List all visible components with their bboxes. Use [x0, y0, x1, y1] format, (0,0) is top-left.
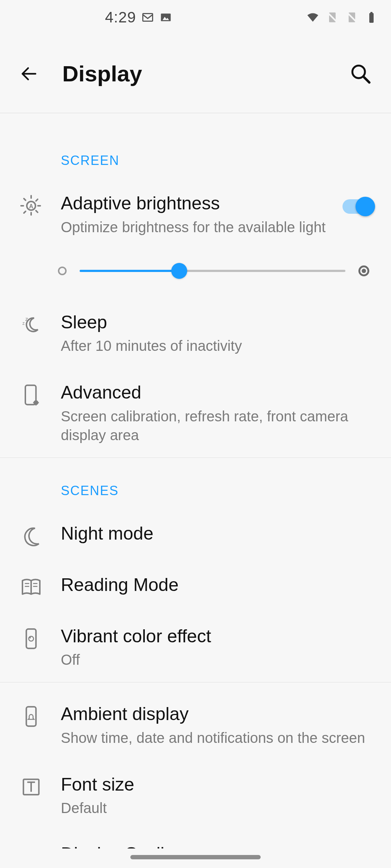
sleep-subtitle: After 10 minutes of inactivity [61, 336, 369, 355]
status-time: 4:29 [105, 9, 136, 26]
brightness-slider[interactable] [80, 270, 345, 272]
svg-text:A: A [29, 203, 33, 209]
font-size-icon [20, 775, 43, 799]
gesture-nav-bar[interactable] [130, 855, 261, 859]
row-sleep[interactable]: zz Sleep After 10 minutes of inactivity [0, 298, 391, 369]
phone-gear-icon [20, 383, 43, 407]
phone-palette-icon [20, 627, 43, 650]
phone-bell-icon [20, 705, 43, 728]
row-vibrant-color[interactable]: Vibrant color effect Off [0, 612, 391, 682]
row-advanced[interactable]: Advanced Screen calibration, refresh rat… [0, 368, 391, 458]
adaptive-brightness-switch[interactable] [341, 197, 374, 216]
adaptive-brightness-subtitle: Optimize brightness for the available li… [61, 218, 334, 237]
font-size-title: Font size [61, 773, 369, 796]
brightness-slider-thumb[interactable] [171, 263, 187, 279]
svg-line-17 [36, 210, 38, 213]
row-reading-mode[interactable]: Reading Mode [0, 561, 391, 612]
night-mode-title: Night mode [61, 522, 369, 545]
svg-rect-0 [143, 14, 152, 21]
svg-text:z: z [22, 321, 25, 326]
section-header-screen: SCREEN [0, 113, 391, 179]
advanced-subtitle: Screen calibration, refresh rate, front … [61, 407, 369, 444]
svg-point-24 [34, 400, 38, 405]
svg-line-10 [363, 77, 369, 82]
advanced-title: Advanced [61, 381, 369, 404]
svg-rect-8 [370, 12, 373, 14]
brightness-min-icon [58, 267, 67, 275]
brightness-slider-row[interactable] [0, 250, 391, 298]
row-ambient-display[interactable]: Ambient display Show time, date and noti… [0, 682, 391, 760]
reading-mode-title: Reading Mode [61, 574, 369, 596]
brightness-max-icon [358, 265, 369, 276]
row-display-scaling[interactable]: Display Scaling [0, 830, 391, 848]
sleep-title: Sleep [61, 311, 369, 334]
ambient-display-title: Ambient display [61, 703, 369, 726]
row-adaptive-brightness[interactable]: A Adaptive brightness Optimize brightnes… [0, 179, 391, 250]
row-font-size[interactable]: Font size Default [0, 760, 391, 831]
svg-point-31 [29, 637, 31, 638]
moon-icon [20, 524, 43, 548]
settings-list: SCREEN [0, 113, 391, 848]
app-bar: Display [0, 35, 391, 113]
status-bar: 4:29 [0, 0, 391, 35]
svg-rect-7 [369, 13, 374, 23]
svg-rect-32 [26, 707, 36, 726]
search-button[interactable] [346, 59, 375, 88]
mail-icon [141, 11, 154, 24]
battery-icon [365, 11, 378, 24]
brightness-auto-icon: A [20, 194, 43, 217]
font-size-subtitle: Default [61, 799, 369, 817]
image-icon [159, 11, 172, 24]
wifi-icon [306, 11, 319, 24]
sim1-off-icon [326, 11, 339, 24]
vibrant-color-subtitle: Off [61, 650, 369, 669]
ambient-display-subtitle: Show time, date and notifications on the… [61, 728, 369, 747]
back-button[interactable] [14, 59, 43, 88]
book-icon [20, 576, 43, 599]
sleep-icon: zz [20, 313, 43, 336]
page-title: Display [62, 61, 142, 86]
sim2-off-icon [345, 11, 358, 24]
display-scaling-title: Display Scaling [61, 844, 185, 848]
svg-line-19 [36, 199, 38, 201]
vibrant-color-title: Vibrant color effect [61, 625, 369, 648]
svg-line-16 [24, 199, 26, 201]
section-header-scenes: SCENES [0, 458, 391, 509]
svg-text:z: z [25, 316, 28, 322]
row-night-mode[interactable]: Night mode [0, 509, 391, 561]
svg-line-18 [24, 210, 26, 213]
svg-point-30 [29, 636, 33, 641]
svg-rect-29 [26, 629, 36, 648]
adaptive-brightness-title: Adaptive brightness [61, 192, 334, 215]
